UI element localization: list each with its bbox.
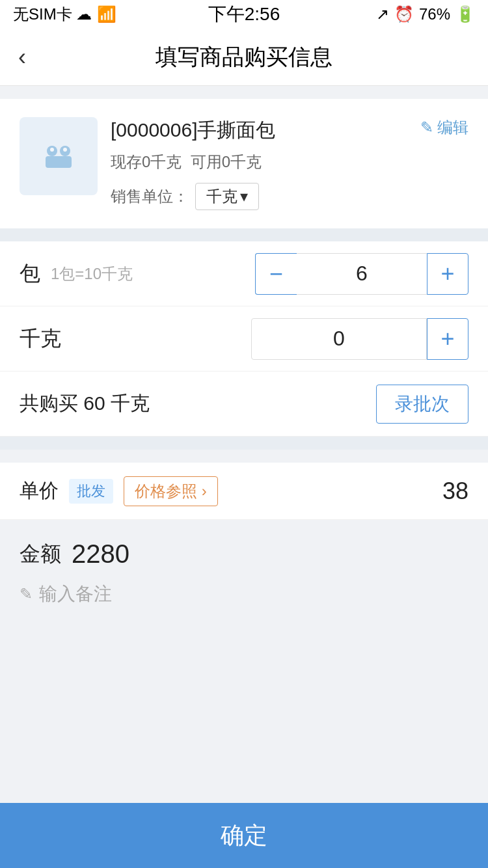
bao-plus-button[interactable]: +: [427, 253, 468, 295]
unit-select[interactable]: 千克 ▾: [195, 183, 259, 210]
bao-minus-button[interactable]: −: [255, 253, 297, 295]
svg-rect-2: [46, 156, 72, 168]
bao-qty-control: − +: [255, 253, 468, 295]
edit-icon: ✎: [420, 118, 433, 137]
kg-qty-control: +: [251, 318, 468, 360]
price-value: 38: [442, 478, 468, 505]
batch-button[interactable]: 录批次: [376, 385, 468, 424]
amount-value: 2280: [72, 539, 129, 569]
price-label: 单价: [20, 478, 59, 504]
product-name: [0000006]手撕面包: [111, 117, 468, 144]
status-left: 无SIM卡 ☁ 📶: [13, 4, 116, 25]
product-info: [0000006]手撕面包 现存0千克 可用0千克 销售单位： 千克 ▾: [111, 117, 468, 210]
bao-label: 包 1包=10千克: [20, 260, 255, 288]
summary-text: 共购买 60 千克: [20, 390, 150, 417]
remark-placeholder: 输入备注: [39, 582, 112, 606]
price-tag: 批发: [69, 479, 113, 504]
confirm-button[interactable]: 确定: [0, 803, 488, 868]
status-right: ↗ ⏰ 76% 🔋: [376, 5, 475, 23]
product-image: [20, 117, 98, 195]
status-time: 下午2:56: [208, 2, 280, 27]
kg-label: 千克: [20, 325, 251, 353]
kg-plus-button[interactable]: +: [427, 318, 468, 360]
svg-point-3: [50, 148, 54, 152]
bao-hint: 1包=10千克: [51, 264, 133, 284]
remark-icon: ✎: [20, 585, 33, 603]
sim-label: 无SIM卡 ☁: [13, 4, 92, 25]
price-ref-button[interactable]: 价格参照 ›: [124, 476, 218, 506]
bao-qty-input[interactable]: [297, 253, 427, 295]
separator-2: [0, 437, 488, 450]
product-logo-icon: [39, 137, 78, 176]
edit-button[interactable]: ✎ 编辑: [420, 117, 468, 138]
amount-section: 金额 2280 ✎ 输入备注: [0, 520, 488, 619]
amount-row: 金额 2280: [20, 539, 468, 569]
bottom-space: [0, 619, 488, 803]
alarm-icon: ⏰: [394, 5, 414, 23]
page-title: 填写商品购买信息: [156, 42, 332, 72]
product-card: [0000006]手撕面包 现存0千克 可用0千克 销售单位： 千克 ▾ ✎ 编…: [0, 99, 488, 228]
location-icon: ↗: [376, 5, 389, 23]
remark-row[interactable]: ✎ 输入备注: [20, 582, 468, 606]
battery-icon: 🔋: [455, 5, 475, 23]
wifi-icon: 📶: [97, 5, 116, 23]
kg-qty-input[interactable]: [251, 318, 427, 360]
product-unit: 销售单位： 千克 ▾: [111, 183, 468, 210]
back-button[interactable]: ‹: [18, 44, 26, 71]
nav-bar: ‹ 填写商品购买信息: [0, 29, 488, 86]
status-bar: 无SIM卡 ☁ 📶 下午2:56 ↗ ⏰ 76% 🔋: [0, 0, 488, 29]
price-row: 单价 批发 价格参照 › 38: [0, 463, 488, 520]
input-section: 包 1包=10千克 − + 千克 + 共购买 60 千克 录批次: [0, 241, 488, 437]
amount-label: 金额: [20, 540, 61, 569]
separator-1: [0, 228, 488, 241]
price-section: 单价 批发 价格参照 › 38: [0, 463, 488, 520]
kg-input-row: 千克 +: [0, 306, 488, 372]
summary-row: 共购买 60 千克 录批次: [0, 372, 488, 437]
battery-label: 76%: [419, 5, 450, 23]
svg-point-4: [63, 148, 67, 152]
product-stock: 现存0千克 可用0千克: [111, 152, 468, 172]
bao-input-row: 包 1包=10千克 − +: [0, 241, 488, 306]
